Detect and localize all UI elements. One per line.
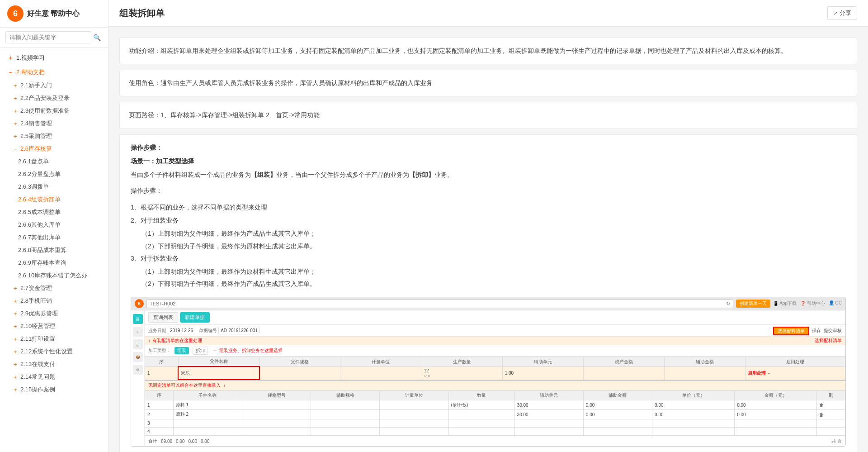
ss-total-2: 0.00 <box>176 439 184 444</box>
minus-icon-small: － <box>13 146 18 152</box>
sidebar-item-faq[interactable]: ＋ 2.14常见问题 <box>0 371 108 383</box>
ss-ltd-name: 原料 1 <box>173 400 242 410</box>
search-input[interactable] <box>5 31 91 43</box>
sidebar-item-partial-count[interactable]: 2.6.2分量盘点单 <box>0 168 108 181</box>
ss-top-buttons: 创建新单一天 <box>736 300 770 308</box>
intro-path-text: 页面路径：1、库存核算->库存管理->组装拆卸单 2、首页->常用功能 <box>129 109 848 121</box>
ss-ltd-name: 原料 2 <box>173 410 242 419</box>
ss-annotation-bom: ↑ 有装配清单的在这里处理 选择配料清单 <box>145 337 845 345</box>
page-title: 组装拆卸单 <box>119 7 165 19</box>
sidebar-item-mobile[interactable]: ＋ 2.8手机旺铺 <box>0 295 108 307</box>
sidebar-item-label: 2.15操作案例 <box>20 385 55 394</box>
sidebar-item-data-prep[interactable]: ＋ 2.3使用前数据准备 <box>0 105 108 117</box>
sidebar-item-label: 2.6库存核算 <box>20 145 52 153</box>
main-area: 组装拆卸单 ↗ 分享 功能介绍：组装拆卸单用来处理企业组装或拆卸等加工业务，支持… <box>108 0 868 452</box>
sidebar-item-finance[interactable]: ＋ 2.7资金管理 <box>0 282 108 295</box>
ss-ltd-qty: (按计÷数) <box>448 400 514 410</box>
sidebar-item-video-learning[interactable]: ＋ 1.视频学习 <box>0 51 108 65</box>
ss-ltd-aux: 30.00 <box>514 400 583 410</box>
sidebar-item-custom[interactable]: ＋ 2.12系统个性化设置 <box>0 345 108 358</box>
sidebar-item-coupon[interactable]: ＋ 2.9优惠券管理 <box>0 307 108 320</box>
ss-bom-btn: 选择配料清单 <box>773 327 809 335</box>
sidebar-nav: ＋ 1.视频学习 － 2.帮助文档 ＋ 2.1新手入门 ＋ 2.2产品安装及登录 <box>0 48 108 452</box>
sidebar-item-other-inbound[interactable]: 2.6.6其他入库单 <box>0 219 108 231</box>
search-box: 🔍 <box>0 28 108 48</box>
ss-nav-icon-2: 📊 <box>133 339 143 349</box>
ss-field-date: 业务日期 2019-12-26 <box>148 327 195 334</box>
sidebar-item-cost-recalc[interactable]: 2.6.8商品成本重算 <box>0 244 108 257</box>
ss-lth-aux-spec: 辅助规格 <box>311 391 380 400</box>
ss-ltd-aux-amt: 0.00 <box>583 410 652 419</box>
ss-lth-aux-unit: 辅助单元 <box>514 391 583 400</box>
ss-lth-amount: 金额（元） <box>735 391 817 400</box>
ss-total-label: 合计 <box>148 438 157 444</box>
ss-td-qty: 12>10 <box>421 366 502 380</box>
sidebar-item-transfer[interactable]: 2.6.3调拨单 <box>0 181 108 193</box>
ss-nav-home-icon: 首 <box>133 314 143 324</box>
sidebar-item-other-outbound[interactable]: 2.6.7其他出库单 <box>0 231 108 244</box>
sidebar-item-online-pay[interactable]: ＋ 2.13在线支付 <box>0 358 108 371</box>
ss-ltd-spec <box>242 400 311 410</box>
sidebar-item-help-docs[interactable]: － 2.帮助文档 <box>0 66 108 79</box>
ss-th-father-spec: 父件规格 <box>259 357 340 367</box>
sidebar: 6 好生意 帮助中心 🔍 ＋ 1.视频学习 － 2.帮助文档 ＋ 2.1新手入门 <box>0 0 108 452</box>
ss-lth-spec: 规格型号 <box>242 391 311 400</box>
sidebar-header: 6 好生意 帮助中心 <box>0 0 108 28</box>
plus-icon-small: ＋ <box>13 108 18 114</box>
step-1: 1、根据不同的业务，选择不同单据的类型来处理 2、对于组装业务 （1）上部明细为… <box>131 202 846 290</box>
ss-tab-new: 新建单据 <box>180 312 210 323</box>
share-button[interactable]: ↗ 分享 <box>827 6 857 20</box>
ss-upper-table-area: 序 父件名称 父件规格 计量单位 生产数量 辅助单元 成产金额 辅助金额 启用处 <box>145 357 845 381</box>
sidebar-item-cases[interactable]: ＋ 2.15操作案例 <box>0 383 108 396</box>
ss-ltd-aux-amt: 0.00 <box>583 400 652 410</box>
sidebar-item-purchase[interactable]: ＋ 2.5采购管理 <box>0 130 108 143</box>
inventory-sub-items: 2.6.1盘点单 2.6.2分量盘点单 2.6.3调拨单 2.6.4组装拆卸单 … <box>0 155 108 282</box>
ss-lth-del: 删 <box>817 391 845 400</box>
ss-lth-qty: 数量 <box>448 391 514 400</box>
sidebar-item-stock-count[interactable]: 2.6.1盘点单 <box>0 155 108 168</box>
sidebar-item-print[interactable]: ＋ 2.11打印设置 <box>0 333 108 345</box>
ss-type-row: 加工类型： 组装 拆卸 ← 组装业务、拆卸业务在这里选择 <box>145 345 845 357</box>
sidebar-item-beginner[interactable]: ＋ 2.1新手入门 <box>0 79 108 92</box>
ss-url-bar: TEST-H002 ↻ <box>146 300 733 308</box>
ss-td-father-spec <box>259 366 340 380</box>
sidebar-item-label: 2.14常见问题 <box>20 373 55 381</box>
sidebar-item-label: 2.3使用前数据准备 <box>20 107 70 115</box>
ss-refresh-icon: ↻ <box>726 301 730 307</box>
sidebar-item-label: 2.11打印设置 <box>20 335 55 343</box>
plus-icon-small: ＋ <box>13 120 18 127</box>
ss-th-seq: 序 <box>145 357 179 367</box>
sidebar-item-inventory[interactable]: － 2.6库存核算 <box>0 143 108 155</box>
sidebar-item-inventory-query[interactable]: 2.6.9库存账本查询 <box>0 257 108 269</box>
plus-icon-small: ＋ <box>13 95 18 102</box>
sidebar-item-install[interactable]: ＋ 2.2产品安装及登录 <box>0 92 108 105</box>
ss-date-label: 业务日期 <box>148 328 166 334</box>
logo-icon: 6 <box>7 5 24 22</box>
ss-lth-price: 单价（元） <box>652 391 735 400</box>
sidebar-item-label: 2.4销售管理 <box>20 119 52 128</box>
ss-td-aux-qty: 1.00 <box>502 366 583 380</box>
main-header: 组装拆卸单 ↗ 分享 <box>108 0 868 27</box>
ss-th-aux-amount: 辅助金额 <box>665 357 745 367</box>
sidebar-item-assembly[interactable]: 2.6.4组装拆卸单 <box>0 193 108 206</box>
ss-total-3: 0.00 <box>189 439 197 444</box>
ss-user-icon: 👤 CC <box>829 300 842 307</box>
plus-icon-small: ＋ <box>13 133 18 140</box>
sidebar-item-cost-adjust[interactable]: 2.6.5成本调整单 <box>0 206 108 219</box>
ss-ltd-aux-spec <box>311 410 380 419</box>
ss-ltd-aux: 30.00 <box>514 410 583 419</box>
sidebar-item-label: 2.帮助文档 <box>16 68 45 76</box>
plus-icon-small: ＋ <box>13 82 18 89</box>
ss-field-order: 单据编号 AD-20191226-001 <box>199 327 260 334</box>
search-button[interactable]: 🔍 <box>91 32 103 43</box>
ss-th-qty: 生产数量 <box>421 357 502 367</box>
plus-icon-small: ＋ <box>13 361 18 368</box>
sidebar-item-management[interactable]: ＋ 2.10经营管理 <box>0 320 108 333</box>
ss-lth-aux-amount: 辅助金额 <box>583 391 652 400</box>
sidebar-item-sales[interactable]: ＋ 2.4销售管理 <box>0 117 108 130</box>
ss-ltd-qty <box>448 410 514 419</box>
plus-icon-small: ＋ <box>13 348 18 355</box>
share-icon: ↗ <box>833 10 838 16</box>
sidebar-item-inventory-fix[interactable]: 2.6.10库存账本错了怎么办 <box>0 269 108 282</box>
ss-nav-icon-1: ≡ <box>133 327 143 337</box>
